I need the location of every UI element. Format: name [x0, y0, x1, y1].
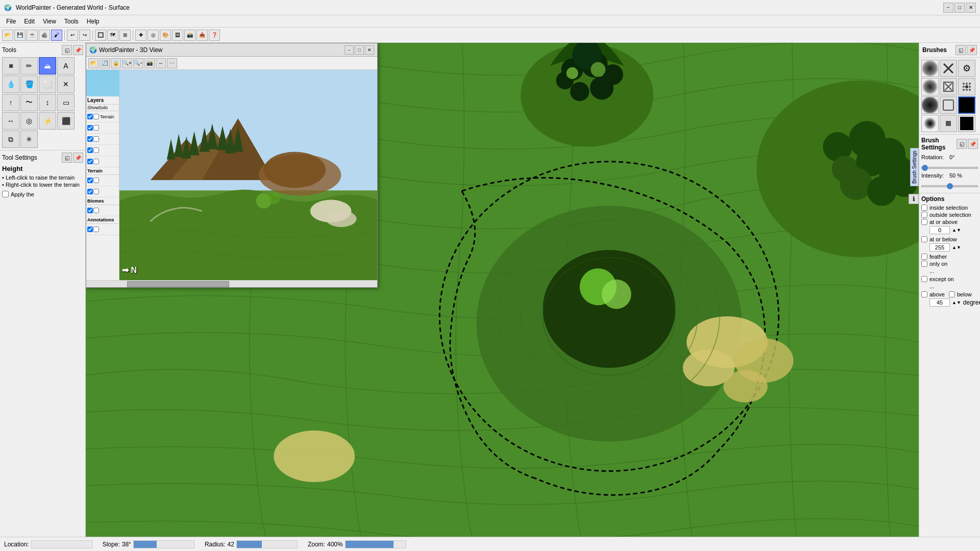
minimize-button[interactable]: −	[943, 3, 953, 13]
tool-multi[interactable]: ✳	[20, 131, 38, 148]
view3d-maximize[interactable]: □	[355, 45, 364, 55]
tool-move[interactable]: ✕	[57, 76, 75, 93]
menu-help[interactable]: Help	[83, 17, 104, 26]
tool-select[interactable]: ⬛	[57, 112, 75, 130]
toolbar-help[interactable]: ❓	[209, 30, 220, 41]
tool-orient[interactable]: ◎	[20, 112, 38, 130]
layer-solo-5[interactable]	[93, 159, 99, 164]
toolbar-minimap[interactable]: 🗺	[107, 30, 118, 41]
except-on-checkbox[interactable]	[921, 276, 927, 282]
v3d-lock[interactable]: 🔒	[111, 58, 121, 68]
v3d-zoom-out[interactable]: 🔍−	[133, 58, 143, 68]
v3d-more[interactable]: ⋯	[167, 58, 177, 68]
layer-solo-7[interactable]	[93, 189, 99, 194]
at-or-above-checkbox[interactable]	[921, 219, 927, 225]
tools-pin[interactable]: 📌	[73, 45, 83, 55]
brushes-float[interactable]: ◱	[955, 45, 966, 55]
toolbar-screenshot[interactable]: 📸	[184, 30, 195, 41]
toolbar-undo[interactable]: ↩	[67, 30, 78, 41]
above-value-input[interactable]	[929, 226, 950, 234]
layer-show-8[interactable]	[87, 208, 93, 213]
toolbar-palette[interactable]: 🎨	[160, 30, 171, 41]
intensity-slider[interactable]	[921, 185, 978, 187]
menu-tools[interactable]: Tools	[60, 17, 83, 26]
layer-solo-3[interactable]	[93, 136, 99, 142]
tool-rect[interactable]: ⬜	[39, 76, 56, 93]
view3d-close[interactable]: ✕	[365, 45, 374, 55]
layer-solo-1[interactable]	[93, 114, 99, 119]
tool-water[interactable]: 💧	[2, 76, 19, 93]
toolbar-grid[interactable]: ⊞	[119, 30, 131, 41]
layer-show-5[interactable]	[87, 159, 93, 164]
layer-solo-4[interactable]	[93, 147, 99, 153]
menu-edit[interactable]: Edit	[20, 17, 39, 26]
toolbar-redo[interactable]: ↪	[79, 30, 90, 41]
layer-show-9[interactable]	[87, 227, 93, 232]
tool-text[interactable]: A	[57, 57, 75, 74]
layer-solo-2[interactable]	[93, 125, 99, 131]
tool-layer[interactable]: ⧉	[2, 131, 19, 148]
info-icon[interactable]: ℹ	[909, 194, 919, 204]
close-button[interactable]: ✕	[966, 3, 976, 13]
below-checkbox[interactable]	[949, 291, 955, 297]
tool-effect[interactable]: ⚡	[39, 112, 56, 130]
tools-float[interactable]: ◱	[62, 45, 72, 55]
tool-flatten[interactable]: ▭	[57, 94, 75, 111]
toolbar-paint[interactable]: 🖌	[51, 30, 62, 41]
brush-circle-big[interactable]	[921, 96, 939, 114]
title-bar-controls[interactable]: − □ ✕	[943, 3, 976, 13]
layer-show-1[interactable]	[87, 114, 93, 119]
layer-solo-6[interactable]	[93, 178, 99, 183]
brush-settings-float[interactable]: ◱	[957, 139, 967, 149]
at-or-below-checkbox[interactable]	[921, 236, 927, 242]
layer-solo-8[interactable]	[93, 208, 99, 213]
menu-file[interactable]: File	[2, 17, 20, 26]
brush-solid-sq[interactable]	[958, 115, 975, 132]
v3d-screenshot[interactable]: 📸	[144, 58, 155, 68]
canvas-area[interactable]: 🌍 WorldPainter - 3D View − □ ✕ 📂 🔄 🔒 🔍+ …	[86, 43, 919, 537]
apply-checkbox[interactable]	[2, 191, 9, 197]
v3d-open[interactable]: 📂	[88, 58, 99, 68]
tool-shift-up[interactable]: ↑	[2, 94, 19, 111]
toolbar-share[interactable]: 📤	[197, 30, 208, 41]
layer-show-3[interactable]	[87, 136, 93, 142]
brush-x-mark[interactable]	[940, 60, 957, 77]
brush-square-sm[interactable]	[940, 115, 957, 132]
brush-square-xmark[interactable]	[940, 78, 957, 95]
brush-settings-pin[interactable]: 📌	[968, 139, 978, 149]
view3d-scrollthumb[interactable]	[127, 281, 229, 287]
view3d-controls[interactable]: − □ ✕	[345, 45, 374, 55]
tool-paint[interactable]: ◾	[2, 57, 19, 74]
brush-circle-sm[interactable]	[921, 115, 939, 132]
view3d-minimize[interactable]: −	[345, 45, 354, 55]
v3d-zoom-in[interactable]: 🔍+	[122, 58, 132, 68]
menu-view[interactable]: View	[39, 17, 60, 26]
v3d-refresh[interactable]: 🔄	[100, 58, 110, 68]
only-on-checkbox[interactable]	[921, 261, 927, 267]
tool-settings-float[interactable]: ◱	[62, 153, 72, 163]
tool-fill[interactable]: 🪣	[20, 76, 38, 93]
rotation-slider[interactable]	[921, 167, 978, 169]
degrees-input[interactable]	[929, 298, 950, 307]
below-value-input[interactable]	[929, 243, 950, 252]
view3d-titlebar[interactable]: 🌍 WorldPainter - 3D View − □ ✕	[86, 43, 377, 57]
outside-selection-checkbox[interactable]	[921, 212, 927, 218]
toolbar-export-java[interactable]: ☕	[27, 30, 38, 41]
layer-show-6[interactable]	[87, 178, 93, 183]
layer-show-7[interactable]	[87, 189, 93, 194]
tool-smooth[interactable]: 〜	[20, 94, 38, 111]
toolbar-save[interactable]: 💾	[14, 30, 26, 41]
v3d-move[interactable]: ↔	[156, 58, 166, 68]
toolbar-open[interactable]: 📂	[2, 30, 13, 41]
layer-show-4[interactable]	[87, 147, 93, 153]
tool-height[interactable]: ⛰	[39, 57, 56, 74]
brush-dots-type[interactable]	[958, 78, 975, 95]
brushes-pin[interactable]: 📌	[967, 45, 977, 55]
brush-square-soft[interactable]	[940, 96, 957, 114]
tool-settings-pin[interactable]: 📌	[73, 153, 83, 163]
tool-noise[interactable]: ↕	[39, 94, 56, 111]
view3d-scrollbar[interactable]	[86, 280, 377, 287]
inside-selection-checkbox[interactable]	[921, 205, 927, 211]
toolbar-add-layer[interactable]: ✚	[135, 30, 146, 41]
toolbar-view3d[interactable]: 🔲	[95, 30, 106, 41]
